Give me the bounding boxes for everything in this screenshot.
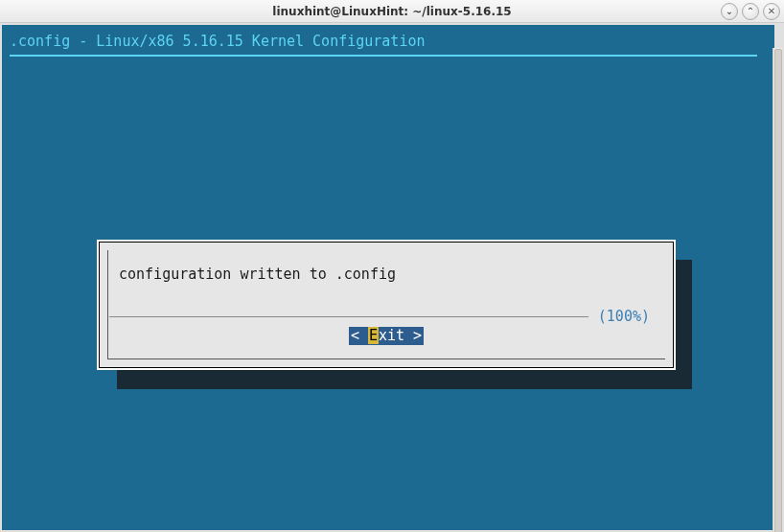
dialog-percent: (100%) xyxy=(598,308,650,326)
close-icon: ✕ xyxy=(768,6,775,16)
button-rest: xit > xyxy=(379,327,422,344)
window-controls: ⌄ ⌃ ✕ xyxy=(721,3,780,20)
terminal-container: .config - Linux/x86 5.16.15 Kernel Confi… xyxy=(0,23,784,532)
minimize-button[interactable]: ⌄ xyxy=(721,3,738,20)
maximize-icon: ⌃ xyxy=(747,6,754,16)
dialog-message: configuration written to .config xyxy=(119,266,396,284)
window-titlebar: linuxhint@LinuxHint: ~/linux-5.16.15 ⌄ ⌃… xyxy=(0,0,784,23)
dialog-separator xyxy=(109,316,588,317)
minimize-icon: ⌄ xyxy=(726,6,733,16)
config-header: .config - Linux/x86 5.16.15 Kernel Confi… xyxy=(10,33,767,51)
dialog-button-row: < Exit > xyxy=(100,327,673,345)
scrollbar-thumb[interactable] xyxy=(774,49,782,532)
exit-button[interactable]: < Exit > xyxy=(349,327,424,345)
scrollbar[interactable] xyxy=(772,48,782,532)
maximize-button[interactable]: ⌃ xyxy=(742,3,759,20)
terminal: .config - Linux/x86 5.16.15 Kernel Confi… xyxy=(2,25,774,530)
close-button[interactable]: ✕ xyxy=(763,3,780,20)
header-underline xyxy=(10,55,757,57)
window-title: linuxhint@LinuxHint: ~/linux-5.16.15 xyxy=(272,5,511,18)
dialog-box: configuration written to .config (100%) … xyxy=(99,242,674,368)
button-left: < xyxy=(351,327,368,344)
button-hotkey: E xyxy=(368,327,379,344)
